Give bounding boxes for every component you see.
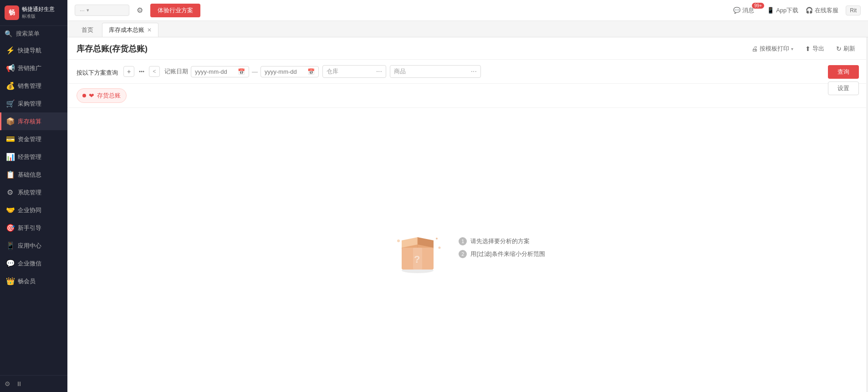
quicknav-icon: ⚡ — [6, 46, 14, 55]
filter-controls: + < 记账日期 — [123, 65, 859, 78]
svg-point-13 — [439, 247, 441, 249]
support-btn[interactable]: 🎧 在线客服 — [806, 6, 838, 15]
purchase-label: 采购管理 — [18, 100, 41, 108]
marketing-icon: 📢 — [6, 64, 14, 72]
headset-icon: 🎧 — [806, 7, 813, 14]
finance-label: 资金管理 — [18, 135, 41, 143]
sidebar-item-quicknav[interactable]: ⚡ 快捷导航 — [0, 41, 67, 59]
print-label: 按模板打印 — [760, 45, 789, 53]
industry-btn[interactable]: 体验行业方案 — [150, 4, 200, 17]
user-info[interactable]: Rit — [846, 5, 861, 15]
sidebar-item-purchase[interactable]: 🛒 采购管理 — [0, 95, 67, 112]
tab-close-icon[interactable]: ✕ — [147, 27, 152, 33]
date-start-input[interactable] — [195, 68, 236, 75]
refresh-btn[interactable]: ↻ 刷新 — [832, 43, 859, 55]
sidebar: 畅 畅捷通好生意 标准版 🔍 搜索菜单 ⚡ 快捷导航 📢 营销推广 💰 销售管理… — [0, 0, 67, 392]
date-end-wrap[interactable]: 📅 — [260, 66, 319, 77]
empty-svg-illustration: ? — [390, 223, 445, 277]
purchase-icon: 🛒 — [6, 99, 14, 108]
product-select[interactable]: 商品 ··· — [390, 65, 481, 78]
sidebar-item-finance[interactable]: 💳 资金管理 — [0, 130, 67, 148]
refresh-label: 刷新 — [843, 45, 855, 53]
sales-icon: 💰 — [6, 81, 14, 90]
warehouse-select[interactable]: 仓库 ··· — [322, 65, 386, 78]
export-btn[interactable]: ⬆ 导出 — [802, 43, 828, 55]
search-menu-item[interactable]: 🔍 搜索菜单 — [0, 26, 67, 41]
appstore-label: 应用中心 — [18, 242, 41, 250]
app-download-label: App下载 — [776, 6, 798, 15]
export-label: 导出 — [812, 45, 824, 53]
sidebar-item-wechat[interactable]: 💬 企业微信 — [0, 255, 67, 272]
date-end-input[interactable] — [265, 68, 306, 75]
main-area: ··· ▾ ⚙ 体验行业方案 💬 消息 99+ 📱 App下载 🎧 在线客服 — [67, 0, 868, 392]
svg-text:?: ? — [414, 254, 420, 265]
audio-footer-icon: ⏸ — [16, 380, 22, 387]
topbar-settings-btn[interactable]: ⚙ — [133, 4, 147, 17]
app-name: 畅捷通好生意 — [22, 6, 55, 13]
filter-add-buttons: + < — [123, 66, 160, 77]
more-filter-btn[interactable] — [136, 66, 147, 77]
sidebar-item-appstore[interactable]: 📱 应用中心 — [0, 237, 67, 255]
sidebar-item-inventory[interactable]: 📦 库存核算 — [0, 112, 67, 130]
tab-home[interactable]: 首页 — [75, 23, 100, 37]
sidebar-item-system[interactable]: ⚙ 系统管理 — [0, 183, 67, 201]
scheme-item-inventory-ledger[interactable]: ❤ 存货总账 — [77, 88, 127, 103]
print-btn[interactable]: 🖨 按模板打印 ▾ — [748, 43, 797, 55]
tab-home-label: 首页 — [82, 26, 93, 34]
warehouse-more-icon: ··· — [376, 67, 382, 76]
sidebar-item-sales[interactable]: 💰 销售管理 — [0, 77, 67, 95]
sidebar-item-member[interactable]: 👑 畅会员 — [0, 272, 67, 290]
quicknav-label: 快捷导航 — [18, 46, 41, 55]
page-title: 库存总账(存货总账) — [77, 43, 148, 54]
message-icon: 💬 — [733, 7, 740, 14]
messages-btn[interactable]: 💬 消息 99+ — [733, 6, 760, 15]
sidebar-item-operations[interactable]: 📊 经营管理 — [0, 148, 67, 166]
page-header: 库存总账(存货总账) 🖨 按模板打印 ▾ ⬆ 导出 ↻ 刷新 — [67, 37, 868, 60]
empty-step-1: 1 请先选择要分析的方案 — [459, 237, 545, 245]
audio-footer-btn[interactable]: ⏸ — [16, 380, 22, 387]
empty-state: ? 1 请先选择要分析的方案 2 用[过滤]条件来缩小分析范围 — [67, 108, 868, 392]
sidebar-item-enterprise[interactable]: 🤝 企业协同 — [0, 201, 67, 219]
sidebar-item-basic[interactable]: 📋 基础信息 — [0, 166, 67, 183]
empty-illustration: ? — [390, 223, 445, 277]
search-btn[interactable]: 查询 — [828, 65, 859, 79]
svg-point-2 — [143, 71, 144, 72]
date-filter-field: 记账日期 📅 — 📅 — [164, 66, 319, 77]
tabs-bar: 首页 库存成本总账 ✕ — [67, 21, 868, 37]
top-bar: ··· ▾ ⚙ 体验行业方案 💬 消息 99+ 📱 App下载 🎧 在线客服 — [67, 0, 868, 21]
collapse-filter-btn[interactable]: < — [149, 66, 160, 77]
guide-label: 新手引导 — [18, 224, 41, 232]
inventory-icon: 📦 — [6, 117, 14, 126]
settings-btn[interactable]: 设置 — [828, 81, 859, 95]
right-panel — [866, 37, 868, 392]
date-start-wrap[interactable]: 📅 — [191, 66, 249, 77]
messages-badge: 99+ — [752, 3, 764, 9]
tab-inventory-ledger-label: 库存成本总账 — [109, 26, 144, 34]
sidebar-item-marketing[interactable]: 📢 营销推广 — [0, 59, 67, 77]
add-filter-btn[interactable]: + — [123, 66, 134, 77]
filter-label: 按以下方案查询 — [77, 69, 118, 77]
support-label: 在线客服 — [815, 6, 838, 15]
member-icon: 👑 — [6, 277, 14, 285]
tab-inventory-ledger[interactable]: 库存成本总账 ✕ — [102, 23, 158, 37]
topbar-settings-icon: ⚙ — [137, 6, 143, 15]
settings-footer-btn[interactable]: ⚙ — [5, 380, 10, 387]
scheme-icon: ❤ — [89, 92, 94, 99]
app-download-btn[interactable]: 📱 App下载 — [767, 6, 798, 15]
scheme-dot — [82, 94, 86, 97]
user-name: Rit — [850, 7, 857, 14]
breadcrumb[interactable]: ··· ▾ — [75, 5, 129, 16]
export-icon: ⬆ — [805, 45, 811, 52]
sidebar-item-guide[interactable]: 🎯 新手引导 — [0, 219, 67, 237]
logo-icon: 畅 — [5, 5, 19, 20]
filter-right-buttons: 查询 设置 — [828, 65, 859, 95]
search-menu-label: 搜索菜单 — [16, 30, 40, 38]
basic-icon: 📋 — [6, 170, 14, 179]
calendar-end-icon: 📅 — [307, 68, 315, 75]
date-field-label: 记账日期 — [164, 67, 188, 76]
phone-icon: 📱 — [767, 7, 774, 14]
step1-number: 1 — [459, 237, 467, 245]
refresh-icon: ↻ — [836, 45, 842, 52]
svg-point-1 — [141, 71, 143, 72]
print-icon: 🖨 — [751, 45, 758, 52]
